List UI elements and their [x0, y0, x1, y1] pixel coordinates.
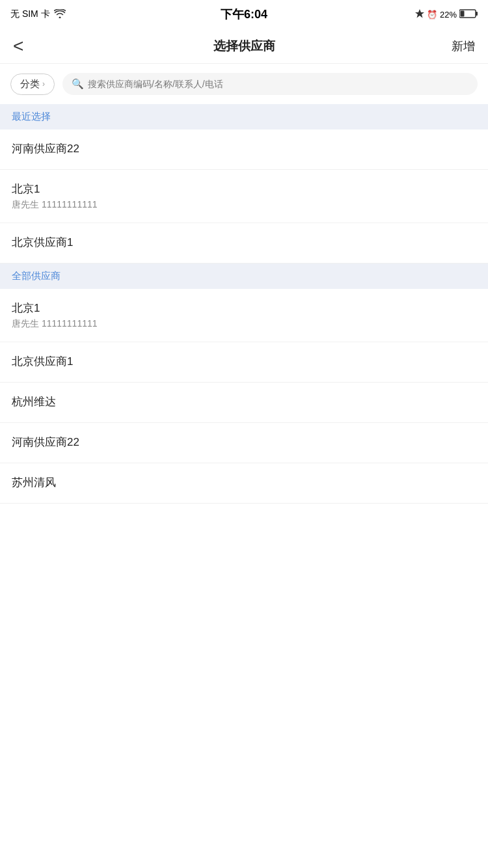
all-section-header: 全部供应商	[0, 264, 488, 289]
search-input[interactable]	[88, 79, 468, 89]
recent-section-header: 最近选择	[0, 104, 488, 129]
category-label: 分类	[20, 78, 40, 90]
item-sub: 唐先生 11111111111	[12, 199, 476, 211]
list-item[interactable]: 北京1唐先生 11111111111	[0, 289, 488, 342]
list-item[interactable]: 北京供应商1	[0, 223, 488, 264]
status-right: ⏰ 22%	[415, 9, 478, 20]
item-sub: 唐先生 11111111111	[12, 318, 476, 330]
svg-rect-1	[461, 10, 465, 16]
status-bar: 无 SIM 卡 下午6:04 ⏰ 22%	[0, 0, 488, 29]
chevron-right-icon: ›	[42, 79, 45, 88]
item-name: 苏州清风	[12, 475, 476, 490]
location-icon	[415, 9, 424, 20]
page-title: 选择供应商	[213, 38, 275, 55]
search-bar: 分类 › 🔍	[0, 64, 488, 104]
back-icon: <	[13, 36, 23, 56]
item-name: 北京供应商1	[12, 354, 476, 369]
all-list: 北京1唐先生 11111111111北京供应商1杭州维达河南供应商22苏州清风	[0, 289, 488, 504]
category-button[interactable]: 分类 ›	[10, 74, 55, 95]
item-name: 河南供应商22	[12, 435, 476, 450]
item-name: 北京1	[12, 182, 476, 197]
list-item[interactable]: 杭州维达	[0, 383, 488, 423]
alarm-icon: ⏰	[427, 10, 437, 20]
item-name: 北京1	[12, 301, 476, 316]
search-input-wrap[interactable]: 🔍	[62, 73, 478, 95]
item-name: 杭州维达	[12, 394, 476, 409]
item-name: 河南供应商22	[12, 141, 476, 156]
search-icon: 🔍	[72, 78, 84, 90]
nav-bar: < 选择供应商 新增	[0, 29, 488, 64]
no-sim-text: 无 SIM 卡	[10, 8, 50, 20]
list-item[interactable]: 河南供应商22	[0, 423, 488, 463]
status-time: 下午6:04	[221, 7, 267, 22]
add-button[interactable]: 新增	[452, 38, 475, 54]
list-item[interactable]: 北京1唐先生 11111111111	[0, 170, 488, 223]
back-button[interactable]: <	[13, 33, 29, 59]
item-name: 北京供应商1	[12, 235, 476, 250]
list-item[interactable]: 苏州清风	[0, 463, 488, 504]
battery-text: 22%	[440, 10, 457, 20]
wifi-icon	[54, 9, 66, 20]
list-item[interactable]: 北京供应商1	[0, 342, 488, 383]
status-left: 无 SIM 卡	[10, 8, 66, 20]
list-item[interactable]: 河南供应商22	[0, 129, 488, 170]
svg-rect-2	[476, 12, 478, 16]
battery-icon	[459, 9, 478, 20]
recent-list: 河南供应商22北京1唐先生 11111111111北京供应商1	[0, 129, 488, 264]
